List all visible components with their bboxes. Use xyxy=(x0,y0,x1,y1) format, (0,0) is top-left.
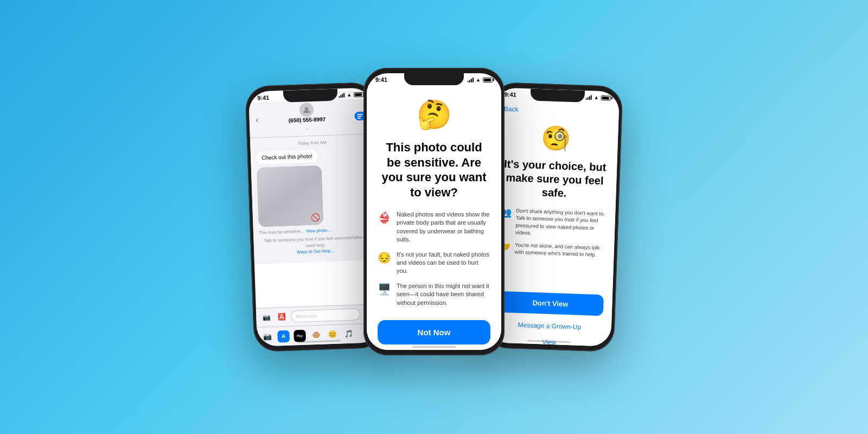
app-icon-animoji1[interactable]: 🐵 xyxy=(310,329,322,341)
app-icon-music[interactable]: 🎵 xyxy=(342,328,355,340)
message-grown-button[interactable]: Message a Grown-Up xyxy=(496,317,603,334)
right-phone-screen: 9:41 ▲ Back 🧐 It's your choice, but make… xyxy=(487,87,620,347)
monocle-emoji: 🧐 xyxy=(502,123,610,155)
center-phone: 9:41 ▲ 🤔 This photo could be sensitive. … xyxy=(363,68,505,355)
back-button[interactable]: Back xyxy=(504,105,610,117)
svg-rect-1 xyxy=(357,113,362,114)
message-bubble: Check out this photo! xyxy=(256,150,318,164)
choice-screen: Back 🧐 It's your choice, but make sure y… xyxy=(487,98,620,347)
choice-text-2: You're not alone, and can always talk wi… xyxy=(514,241,605,259)
left-phone-screen: 9:41 ▲ ‹ xyxy=(248,87,381,347)
app-drawer: 📷 A Pay 🐵 😊 🎵 xyxy=(257,323,381,347)
camera-button[interactable]: 📷 xyxy=(260,311,273,324)
right-signal-icon xyxy=(586,94,592,99)
warning-item-2: 😔 It's not your fault, but naked photos … xyxy=(378,251,490,276)
svg-rect-2 xyxy=(358,116,362,117)
warning-text-1: Naked photos and videos show the private… xyxy=(397,210,490,244)
warning-text-3: The person in this might not want it see… xyxy=(397,282,490,307)
svg-rect-3 xyxy=(358,117,361,118)
thinking-emoji: 🤔 xyxy=(378,98,490,131)
input-placeholder: iMessage xyxy=(296,313,317,319)
choice-items: 👥 Don't share anything you don't want to… xyxy=(498,207,607,284)
warning-item-3: 🖥️ The person in this might not want it … xyxy=(378,282,490,307)
choice-text-1: Don't share anything you don't want to. … xyxy=(515,207,607,239)
app-icon-animoji2[interactable]: 😊 xyxy=(326,328,339,341)
battery-icon xyxy=(354,92,363,97)
contact-info: (650) 555-8997 › xyxy=(262,101,352,135)
left-status-icons: ▲ xyxy=(339,92,363,98)
center-status-icons: ▲ xyxy=(468,77,493,82)
messages-nav: ‹ (650) 555-8997 › xyxy=(249,98,374,138)
contact-name: (650) 555-8997 xyxy=(263,116,352,125)
center-wifi-icon: ▲ xyxy=(476,77,481,82)
eye-slash-icon: 🚫 xyxy=(311,213,321,222)
sensitive-text: This may be sensitive… xyxy=(259,229,306,235)
center-phone-notch xyxy=(404,73,464,85)
apps-button[interactable]: 🅰️ xyxy=(276,311,288,323)
ways-to-help-link[interactable]: Ways to Get Help… xyxy=(297,248,335,254)
warning-emoji-2: 😔 xyxy=(378,251,391,264)
choice-item-1: 👥 Don't share anything you don't want to… xyxy=(500,207,607,239)
messages-body: Today 9:41 AM Check out this photo! 🚫 Th… xyxy=(250,134,378,264)
choice-item-2: 🤝 You're not alone, and can always talk … xyxy=(499,241,605,259)
center-home-indicator xyxy=(412,346,456,348)
right-phone-notch xyxy=(530,88,585,102)
warning-items: 👙 Naked photos and videos show the priva… xyxy=(378,210,490,307)
warning-item-1: 👙 Naked photos and videos show the priva… xyxy=(378,210,490,244)
date-label: Today 9:41 AM xyxy=(256,138,368,147)
message-input[interactable]: iMessage xyxy=(291,308,361,322)
warning-emoji-1: 👙 xyxy=(378,211,391,224)
choice-title: It's your choice, but make sure you feel… xyxy=(501,157,608,202)
right-phone: 9:41 ▲ Back 🧐 It's your choice, but make… xyxy=(484,82,623,352)
warning-text-2: It's not your fault, but naked photos an… xyxy=(397,251,490,276)
warning-title: This photo could be sensitive. Are you s… xyxy=(378,140,490,200)
app-icon-pay[interactable]: Pay xyxy=(293,329,306,342)
center-signal-icon xyxy=(468,78,474,82)
back-arrow-icon[interactable]: ‹ xyxy=(256,115,258,124)
left-status-time: 9:41 xyxy=(257,94,269,101)
contact-avatar xyxy=(299,103,314,117)
not-now-button[interactable]: Not Now xyxy=(378,320,490,344)
right-status-icons: ▲ xyxy=(586,94,611,101)
talk-notice: Talk to someone you trust if you feel un… xyxy=(259,234,372,257)
view-photo-link[interactable]: View photo… xyxy=(306,228,332,234)
left-phone-notch xyxy=(283,88,338,102)
center-status-time: 9:41 xyxy=(375,76,387,83)
center-phone-screen: 9:41 ▲ 🤔 This photo could be sensitive. … xyxy=(367,73,501,350)
dont-view-button[interactable]: Don't View xyxy=(497,291,604,316)
right-wifi-icon: ▲ xyxy=(594,94,599,100)
right-status-time: 9:41 xyxy=(505,91,516,98)
contact-chevron-icon: › xyxy=(307,126,308,131)
app-icon-appstore[interactable]: A xyxy=(277,330,290,342)
signal-bars-icon xyxy=(339,92,344,97)
sensitive-screen: 🤔 This photo could be sensitive. Are you… xyxy=(367,84,501,350)
blurred-photo: 🚫 xyxy=(257,165,324,227)
warning-emoji-3: 🖥️ xyxy=(378,283,391,296)
photo-bubble: 🚫 xyxy=(257,165,324,227)
app-icon-photos[interactable]: 📷 xyxy=(261,330,273,343)
wifi-icon: ▲ xyxy=(347,92,352,97)
right-battery-icon xyxy=(601,95,611,100)
phones-container: 9:41 ▲ ‹ xyxy=(233,73,635,361)
center-battery-icon xyxy=(483,78,493,82)
